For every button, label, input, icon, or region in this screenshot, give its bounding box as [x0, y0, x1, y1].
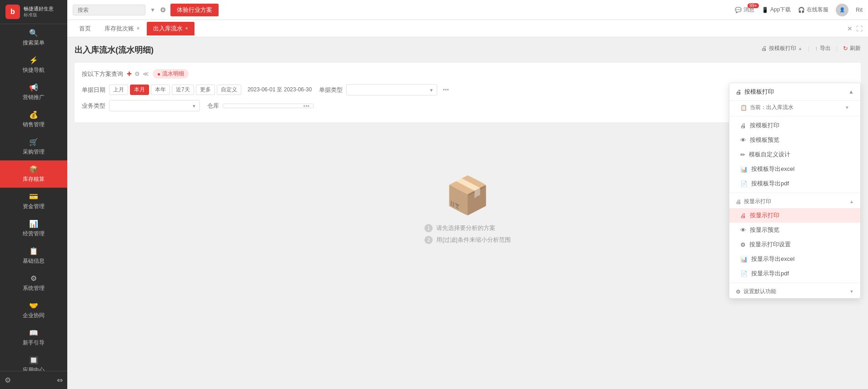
- add-icon[interactable]: ✚: [127, 70, 132, 77]
- topbar-gear-icon[interactable]: ⚙: [160, 6, 166, 14]
- sidebar-item-guide[interactable]: 📖新手引导: [0, 324, 67, 351]
- app-logo-icon: b: [5, 5, 20, 19]
- doc-type-select[interactable]: [346, 84, 437, 95]
- tab-label-batch: 库存批次账: [105, 25, 134, 33]
- export-button[interactable]: ↑ 导出: [815, 45, 831, 52]
- template_excel-icon: 📊: [740, 166, 748, 173]
- sidebar-item-sales[interactable]: 💰销售管理: [0, 106, 67, 133]
- tab-label-home: 首页: [79, 25, 91, 33]
- page-title: 出入库流水(流水明细): [75, 45, 861, 55]
- tab-close-flow[interactable]: ×: [185, 26, 188, 31]
- finance-icon: 💳: [29, 192, 38, 201]
- message-button[interactable]: 💬 消息 99+: [735, 6, 754, 14]
- date-btn-this_year[interactable]: 本年: [151, 85, 170, 95]
- export-icon: ↑: [815, 45, 818, 52]
- warehouse-label: 仓库: [207, 102, 219, 110]
- sidebar-item-search[interactable]: 🔍搜索菜单: [0, 24, 67, 51]
- collapse-icon[interactable]: ≪: [143, 70, 149, 77]
- corp-icon: 🤝: [29, 301, 38, 310]
- sidebar-item-corp[interactable]: 🤝企业协同: [0, 297, 67, 324]
- settings-icon[interactable]: ⚙: [135, 70, 140, 77]
- tag-dot: ●: [157, 71, 160, 77]
- app-icon: 📱: [762, 7, 768, 13]
- dropdown-item-display_print[interactable]: 🖨按显示打印: [729, 208, 860, 223]
- dropdown-item-template_print[interactable]: 🖨按模板打印: [729, 118, 860, 133]
- sidebar-item-finance[interactable]: 💳资金管理: [0, 188, 67, 215]
- tip-num-1: 1: [424, 224, 433, 232]
- sidebar-item-apps[interactable]: 🔲应用中心: [0, 351, 67, 371]
- warehouse-input[interactable]: •••: [223, 104, 314, 108]
- settings-bottom-icon[interactable]: ⚙: [5, 376, 11, 384]
- trial-button[interactable]: 体验行业方案: [170, 4, 219, 16]
- app-download-button[interactable]: 📱 App下载: [762, 6, 791, 14]
- sidebar-item-marketing[interactable]: 📢营销推广: [0, 79, 67, 106]
- template_pdf-icon: 📄: [740, 180, 748, 187]
- toolbar-divider: |: [808, 45, 809, 52]
- sidebar-item-operation[interactable]: 📊经营管理: [0, 215, 67, 242]
- dropdown-collapse-icon[interactable]: ▲: [848, 89, 854, 95]
- message-badge: 99+: [748, 3, 759, 8]
- apps-icon: 🔲: [29, 356, 38, 364]
- warehouse-more-icon: •••: [303, 102, 309, 109]
- maximize-window-icon[interactable]: ⛶: [856, 25, 863, 32]
- date-btn-this_month[interactable]: 本月: [130, 85, 149, 95]
- tab-flow[interactable]: 出入库流水×: [147, 22, 195, 35]
- date-btn-more[interactable]: 更多: [196, 85, 215, 95]
- empty-tip-2: 2 用[过滤]条件来缩小分析范围: [424, 236, 510, 244]
- sidebar-item-shortcut[interactable]: ⚡快捷导航: [0, 51, 67, 79]
- dropdown-item-template_preview[interactable]: 👁按模板预览: [729, 133, 860, 147]
- sidebar-item-label-operation: 经营管理: [23, 230, 45, 238]
- tab-batch[interactable]: 库存批次账×: [98, 22, 146, 35]
- dropdown-title-text: 按模板打印: [744, 88, 774, 96]
- avatar[interactable]: 👤: [836, 4, 848, 16]
- tab-bar: 首页库存批次账×出入库流水× ✕ ⛶: [67, 20, 868, 37]
- collapse-sidebar-icon[interactable]: ⇔: [57, 376, 63, 384]
- sidebar-item-label-purchase: 采购管理: [23, 148, 45, 156]
- dropdown-current-text: 当前：出入库流水: [750, 104, 793, 111]
- app-name: 畅捷通好生意 标准版: [24, 5, 54, 18]
- business-type-label: 业务类型: [82, 102, 105, 110]
- dropdown-item-display_pdf[interactable]: 📄按显示导出pdf: [729, 266, 860, 281]
- date-btn-last_month[interactable]: 上月: [109, 85, 128, 95]
- print-button[interactable]: 🖨 按模板打印 ▲: [761, 45, 803, 52]
- dropdown-item-template_custom[interactable]: ✏模板自定义设计: [729, 147, 860, 162]
- dropdown-section2-chevron-icon: ▲: [849, 199, 854, 204]
- online-service-button[interactable]: 🎧 在线客服: [798, 6, 828, 14]
- display_pdf-icon: 📄: [740, 270, 748, 277]
- display_print-icon: 🖨: [740, 212, 746, 219]
- sidebar-item-label-system: 系统管理: [23, 284, 45, 292]
- refresh-button[interactable]: ↻ 刷新: [843, 45, 861, 52]
- doc-type-more-icon[interactable]: •••: [443, 86, 449, 93]
- close-window-icon[interactable]: ✕: [847, 25, 853, 32]
- dropdown-item-template_pdf[interactable]: 📄按模板导出pdf: [729, 176, 860, 191]
- sidebar-bottom: ⚙ ⇔: [0, 371, 67, 389]
- dropdown-item-display_preview[interactable]: 👁按显示预览: [729, 223, 860, 237]
- sidebar-item-inventory[interactable]: 📦库存核算: [0, 160, 67, 188]
- search-header: 按以下方案查询 ✚ ⚙ ≪ ● 流水明细: [82, 69, 853, 79]
- date-field-label: 单据日期: [82, 86, 105, 94]
- dropdown-item-display_settings[interactable]: ⚙按显示打印设置: [729, 237, 860, 252]
- app-edition-text: 标准版: [24, 12, 54, 18]
- dropdown-current-icon: 📋: [740, 105, 747, 111]
- business-type-select[interactable]: [109, 100, 200, 111]
- sidebar-item-purchase[interactable]: 🛒采购管理: [0, 133, 67, 160]
- date-btn-custom[interactable]: 自定义: [217, 85, 241, 95]
- search-icon: 🔍: [29, 29, 38, 37]
- print-chevron-icon: ▲: [798, 46, 803, 51]
- dropdown-section2-header: 🖨 按显示打印 ▲: [729, 195, 860, 208]
- purchase-icon: 🛒: [29, 138, 38, 146]
- tab-close-batch[interactable]: ×: [137, 26, 140, 31]
- shortcut-icon: ⚡: [29, 56, 38, 65]
- date-btn-last_7_days[interactable]: 近7天: [172, 85, 194, 95]
- sidebar-scroll: 🔍搜索菜单⚡快捷导航📢营销推广💰销售管理🛒采购管理📦库存核算💳资金管理📊经营管理…: [0, 24, 67, 371]
- username-label[interactable]: Rit: [856, 7, 863, 13]
- display_excel-label: 按显示导出excel: [751, 255, 794, 263]
- search-chevron-icon[interactable]: ▼: [150, 7, 155, 13]
- tab-home[interactable]: 首页: [73, 22, 97, 35]
- dropdown-item-template_excel[interactable]: 📊按模板导出excel: [729, 162, 860, 176]
- dropdown-item-display_excel[interactable]: 📊按显示导出excel: [729, 252, 860, 266]
- sidebar-item-system[interactable]: ⚙系统管理: [0, 269, 67, 297]
- tip-text-2: 用[过滤]条件来缩小分析范围: [436, 236, 510, 244]
- sidebar-item-basic[interactable]: 📋基础信息: [0, 242, 67, 269]
- search-input[interactable]: [73, 5, 145, 15]
